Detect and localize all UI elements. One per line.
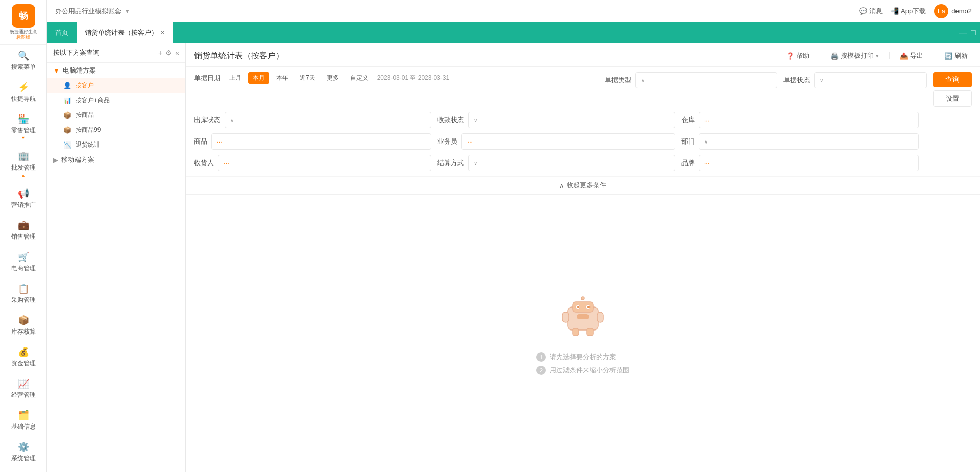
date-tab-last-month[interactable]: 上月 (225, 72, 246, 84)
warehouse-input[interactable]: ··· (699, 112, 919, 128)
tree-mobile-section[interactable]: ▶ 移动端方案 (47, 152, 185, 168)
goods-label: 商品 (194, 137, 207, 146)
collapse-label: 收起更多条件 (567, 181, 606, 190)
doc-status-input[interactable]: ∨ (814, 72, 927, 88)
doc-status-chevron: ∨ (820, 78, 823, 83)
nav-inventory-label: 库存核算 (11, 327, 36, 336)
tab-maximize-icon[interactable]: □ (971, 28, 976, 37)
tab-close-icon[interactable]: × (161, 29, 164, 36)
receiver-label: 收货人 (194, 158, 214, 168)
salesperson-input[interactable]: ··· (461, 133, 675, 150)
nav-finance[interactable]: 💰 资金管理 (0, 341, 46, 373)
date-tab-this-month[interactable]: 本月 (248, 72, 270, 84)
tree-item-goods[interactable]: 📦 按商品 (47, 108, 185, 123)
date-tab-more[interactable]: 更多 (322, 72, 344, 84)
brand-label: 品牌 (681, 158, 695, 168)
refresh-btn[interactable]: 🔄 刷新 (940, 49, 972, 62)
industry-label: 办公用品行业模拟账套 (55, 7, 121, 16)
ship-status-chevron: ∨ (230, 117, 234, 123)
date-tab-7days[interactable]: 近7天 (295, 72, 320, 84)
content-area: 按以下方案查询 + ⚙ « ▼ 电脑端方案 👤 按客户 📊 按客户+商品 (47, 43, 980, 472)
payment-status-input[interactable]: ∨ (468, 112, 675, 128)
message-label: 消息 (869, 7, 883, 16)
nav-base[interactable]: 🗂️ 基础信息 (0, 405, 46, 436)
tree-item-customer-goods-label: 按客户+商品 (76, 96, 110, 105)
warehouse-filter: 仓库 ··· (681, 112, 919, 128)
help-label: 帮助 (796, 51, 810, 60)
nav-retail[interactable]: 🏪 零售管理 ▾ (0, 108, 46, 146)
receiver-input[interactable]: ··· (218, 155, 431, 171)
print-icon: 🖨️ (830, 52, 839, 60)
export-btn[interactable]: 📤 导出 (896, 49, 927, 62)
print-dropdown-icon[interactable]: ▾ (876, 53, 879, 59)
add-scheme-icon[interactable]: + (158, 49, 162, 57)
nav-wholesale-label: 批发管理 (11, 163, 36, 172)
app-download-btn[interactable]: 📲 App下载 (891, 7, 926, 16)
empty-hints: 1 请先选择要分析的方案 2 用过滤条件来缩小分析范围 (536, 352, 629, 375)
action-buttons-group: 查询 设置 (933, 72, 972, 107)
doc-type-input[interactable]: ∨ (635, 72, 777, 88)
date-tab-custom[interactable]: 自定义 (346, 72, 373, 84)
ship-status-input[interactable]: ∨ (225, 112, 431, 128)
nav-wholesale[interactable]: 🏢 批发管理 ▴ (0, 146, 46, 183)
filter-row-2: 出库状态 ∨ 收款状态 ∨ 仓库 (186, 107, 980, 128)
svg-point-4 (577, 306, 579, 308)
nav-sales[interactable]: 💼 销售管理 (0, 215, 46, 246)
doc-type-filter: 单据类型 ∨ (605, 72, 777, 88)
tab-home[interactable]: 首页 (47, 22, 77, 43)
tab-active-label: 销货单统计表（按客户） (85, 28, 158, 37)
settlement-chevron: ∨ (474, 160, 477, 166)
department-chevron: ∨ (704, 139, 708, 145)
logo-text: 畅捷通好生意 标图版 (10, 29, 37, 40)
nav-system[interactable]: ⚙️ 系统管理 (0, 436, 46, 468)
dropdown-icon[interactable]: ▾ (126, 7, 129, 15)
nav-system-label: 系统管理 (11, 454, 36, 463)
nav-operations[interactable]: 📈 经营管理 (0, 373, 46, 405)
filter-section: 单据日期 上月 本月 本年 近7天 更多 自定义 2023-03-01 至 20… (186, 67, 980, 194)
user-menu[interactable]: Ea demo2 (934, 4, 972, 18)
nav-inventory[interactable]: 📦 库存核算 (0, 310, 46, 341)
left-panel-header: 按以下方案查询 + ⚙ « (47, 43, 185, 63)
collapse-panel-icon[interactable]: « (175, 49, 179, 57)
query-button[interactable]: 查询 (933, 72, 972, 87)
nav-enterprise[interactable]: 🤝 企业协同 (0, 468, 46, 472)
empty-hint-2: 2 用过滤条件来缩小分析范围 (536, 366, 629, 375)
collapse-more-btn[interactable]: ∧ 收起更多条件 (186, 176, 980, 194)
brand-dots: ··· (704, 159, 710, 167)
header-right: 💬 消息 📲 App下载 Ea demo2 (859, 4, 972, 18)
settings-button[interactable]: 设置 (933, 90, 972, 107)
avatar: Ea (934, 4, 948, 18)
nav-purchase[interactable]: 📋 采购管理 (0, 278, 46, 310)
tree-desktop-section[interactable]: ▼ 电脑端方案 (47, 63, 185, 78)
tree-item-customer-goods[interactable]: 📊 按客户+商品 (47, 93, 185, 108)
doc-type-label: 单据类型 (605, 76, 631, 85)
tab-minimize-icon[interactable]: — (959, 28, 967, 37)
tree-item-return-stats[interactable]: 📉 退货统计 (47, 137, 185, 152)
left-panel: 按以下方案查询 + ⚙ « ▼ 电脑端方案 👤 按客户 📊 按客户+商品 (47, 43, 186, 472)
filter-row-4: 收货人 ··· 结算方式 ∨ 品牌 (186, 150, 980, 171)
payment-status-chevron: ∨ (474, 117, 477, 123)
tree-item-customer[interactable]: 👤 按客户 (47, 78, 185, 93)
nav-quick[interactable]: ⚡ 快捷导航 (0, 77, 46, 108)
tree-item-goods99[interactable]: 📦 按商品99 (47, 123, 185, 137)
department-input[interactable]: ∨ (699, 133, 919, 150)
tree-item-goods-label: 按商品 (76, 111, 94, 120)
svg-rect-7 (562, 312, 569, 322)
settlement-filter: 结算方式 ∨ (437, 155, 675, 171)
date-tab-this-year[interactable]: 本年 (272, 72, 293, 84)
goods-input[interactable]: ··· (211, 133, 431, 150)
settings-scheme-icon[interactable]: ⚙ (165, 49, 172, 57)
retail-icon: 🏪 (18, 113, 29, 125)
message-btn[interactable]: 💬 消息 (859, 7, 883, 16)
divider2 (889, 52, 890, 59)
hint-num-1: 1 (536, 352, 546, 362)
nav-ecommerce[interactable]: 🛒 电商管理 (0, 246, 46, 278)
nav-search[interactable]: 🔍 搜索菜单 (0, 45, 46, 77)
help-btn[interactable]: ❓ 帮助 (782, 49, 814, 62)
brand-input[interactable]: ··· (699, 155, 919, 171)
tab-sales-stats[interactable]: 销货单统计表（按客户） × (77, 22, 173, 43)
settlement-input[interactable]: ∨ (468, 155, 675, 171)
nav-marketing[interactable]: 📢 营销推广 (0, 183, 46, 215)
salesperson-dots: ··· (467, 138, 473, 146)
print-btn[interactable]: 🖨️ 按模板打印 ▾ (826, 49, 883, 62)
